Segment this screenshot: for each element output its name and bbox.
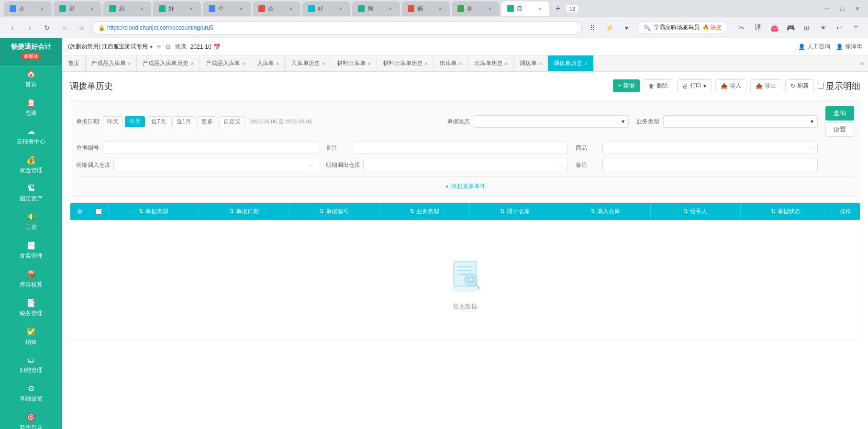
tab-close-icon[interactable]: ×: [459, 61, 462, 66]
delete-button[interactable]: 🗑 删除: [644, 79, 673, 92]
forward-button[interactable]: ›: [23, 21, 36, 34]
collapse-button[interactable]: ∧ 收起更多条件: [76, 179, 854, 190]
tab-close-icon[interactable]: ×: [536, 5, 544, 12]
detail-out-more-icon[interactable]: ···: [559, 162, 564, 168]
undo-icon[interactable]: ↩: [833, 21, 846, 34]
browser-tab-畅[interactable]: 畅 ×: [402, 1, 450, 16]
tab-close-icon[interactable]: ×: [505, 61, 508, 66]
tab-finished-goods-inbound[interactable]: 产成品入库单 ×: [86, 55, 137, 72]
tab-close-icon[interactable]: ×: [387, 5, 394, 12]
new-button[interactable]: + 新增: [613, 79, 640, 92]
tab-close-icon[interactable]: ×: [337, 5, 345, 12]
sidebar-item-close-account[interactable]: ✅ 结账: [0, 322, 62, 351]
select-all-checkbox[interactable]: [96, 209, 102, 215]
query-button[interactable]: 查询: [825, 106, 854, 121]
tab-finished-goods-inbound2[interactable]: 产成品入库单 ×: [200, 55, 251, 72]
sidebar-item-tax[interactable]: 📑 税务管理: [0, 294, 62, 322]
browser-tab-目[interactable]: 目 ×: [501, 1, 549, 16]
tab-outbound[interactable]: 出库单 ×: [434, 55, 468, 72]
tab-inbound-history[interactable]: 入库单历史 ×: [286, 55, 331, 72]
settings-gear-icon[interactable]: ⚙: [165, 43, 171, 51]
sidebar-item-fixed-assets[interactable]: 🏗 固定资产: [0, 179, 62, 208]
date-btn-today[interactable]: 今天: [125, 116, 145, 127]
detail-in-select[interactable]: ···: [113, 159, 318, 171]
period-value[interactable]: 2021-10 📅: [190, 44, 221, 50]
tab-close-icon[interactable]: ×: [367, 61, 370, 66]
date-btn-1month[interactable]: 近1月: [172, 116, 196, 127]
back-button[interactable]: ‹: [6, 21, 19, 34]
sidebar-item-archive[interactable]: 🗂 归档管理: [0, 351, 62, 379]
date-btn-more[interactable]: 更多: [197, 116, 217, 127]
brightness-icon[interactable]: ☀: [816, 21, 830, 34]
goods-select[interactable]: ···: [602, 142, 818, 154]
th-business-type[interactable]: ⇅ 业务类型: [379, 203, 470, 220]
service-btn[interactable]: 👤 人工咨询: [798, 43, 830, 51]
tab-close-icon[interactable]: ×: [237, 5, 245, 12]
tab-close-icon[interactable]: ×: [128, 61, 131, 66]
tab-close-icon[interactable]: ×: [539, 61, 542, 66]
sidebar-item-guide[interactable]: 🎯 新手引导: [0, 408, 62, 429]
browser-tab-企[interactable]: 企 ×: [253, 1, 300, 16]
tab-close-icon[interactable]: ×: [190, 61, 193, 66]
voucher-no-input[interactable]: [103, 142, 318, 154]
date-btn-custom[interactable]: 自定义: [219, 116, 245, 127]
sidebar-item-settings[interactable]: ⚙ 基础设置: [0, 379, 62, 408]
browser-tab-腾[interactable]: 腾 ×: [352, 1, 400, 16]
sidebar-item-general-ledger[interactable]: 📋 总账: [0, 93, 62, 122]
export-button[interactable]: 📤 导出: [750, 79, 781, 92]
browser-tab-新[interactable]: 在 ×: [4, 1, 52, 16]
business-type-select[interactable]: ▾: [663, 115, 818, 128]
sidebar-item-invoice[interactable]: 🧾 发票管理: [0, 236, 62, 265]
scissors-icon[interactable]: ✂: [735, 21, 748, 34]
tab-close-icon[interactable]: ×: [436, 5, 444, 12]
plus-icon[interactable]: +: [156, 43, 161, 51]
dropdown-button[interactable]: ▾: [620, 21, 634, 34]
tab-close-icon[interactable]: ×: [138, 5, 145, 12]
browser-tab-个[interactable]: 个 ×: [203, 1, 251, 16]
tab-close-icon[interactable]: ×: [242, 61, 245, 66]
grid-icon[interactable]: ⊞: [800, 21, 813, 34]
tab-home[interactable]: 首页: [62, 55, 86, 72]
display-checkbox[interactable]: [818, 83, 824, 89]
sidebar-item-inventory[interactable]: 📦 库存核算: [0, 265, 62, 294]
refresh-browser-button[interactable]: ↻: [40, 21, 54, 34]
print-button[interactable]: 🖨 打印 ▾: [677, 79, 712, 92]
sidebar-item-home[interactable]: 🏠 首页: [0, 65, 62, 93]
extensions-button[interactable]: ⠿: [586, 21, 599, 34]
note-input[interactable]: [602, 159, 818, 171]
tab-close-icon[interactable]: ×: [322, 61, 325, 66]
goods-more-icon[interactable]: ···: [809, 144, 813, 151]
tab-outbound-history[interactable]: 出库单历史 ×: [468, 55, 514, 72]
import-button[interactable]: 📥 导入: [715, 79, 746, 92]
tab-transfer[interactable]: 调拨单 ×: [514, 55, 548, 72]
tab-close-icon[interactable]: ×: [425, 61, 428, 66]
minimize-button[interactable]: ─: [820, 2, 834, 15]
table-settings-icon[interactable]: ⚙: [70, 203, 89, 220]
tab-close-icon[interactable]: ×: [486, 5, 494, 12]
set-button[interactable]: 设置: [825, 122, 854, 137]
sidebar-item-salary[interactable]: 💵 工资: [0, 208, 62, 236]
detail-in-more-icon[interactable]: ···: [309, 162, 314, 168]
tab-finished-goods-inbound-history[interactable]: 产成品入库单历史 ×: [137, 55, 200, 72]
tab-close-icon[interactable]: ×: [287, 5, 295, 12]
tab-bar-close-button[interactable]: ×: [857, 60, 868, 67]
address-input[interactable]: 🔒 https://cloud.chanjet.com/accounting/u…: [92, 21, 582, 34]
tab-count[interactable]: 12: [567, 5, 578, 12]
browser-tab-易1[interactable]: 易 ×: [54, 1, 101, 16]
display-toggle[interactable]: 显示明细: [818, 80, 860, 92]
detail-out-select[interactable]: ···: [363, 159, 568, 171]
sidebar-item-fund[interactable]: 💰 资金管理: [0, 151, 62, 179]
date-btn-yesterday[interactable]: 昨天: [103, 116, 123, 127]
th-out-warehouse[interactable]: ⇅ 调出仓库: [470, 203, 560, 220]
tab-inbound[interactable]: 入库单 ×: [251, 55, 285, 72]
close-button[interactable]: ×: [851, 2, 864, 15]
company-selector[interactable]: (勿删勿禁用) 江西服宝测试专用 ▾: [68, 43, 153, 51]
search-bar[interactable]: 🔍 学霸应聘场驱鸟员 🔥 热搜: [637, 21, 727, 34]
tab-close-icon[interactable]: ×: [584, 61, 587, 66]
th-voucher-date[interactable]: ⇅ 单据日期: [199, 203, 289, 220]
tab-transfer-history[interactable]: 调拨单历史 ×: [548, 55, 593, 72]
th-voucher-no[interactable]: ⇅ 单据编号: [289, 203, 380, 220]
refresh-button[interactable]: ↻ 刷新: [785, 79, 814, 92]
tab-close-icon[interactable]: ×: [188, 5, 195, 12]
sidebar-item-cloud-report[interactable]: ☁ 云报表中心: [0, 122, 62, 151]
